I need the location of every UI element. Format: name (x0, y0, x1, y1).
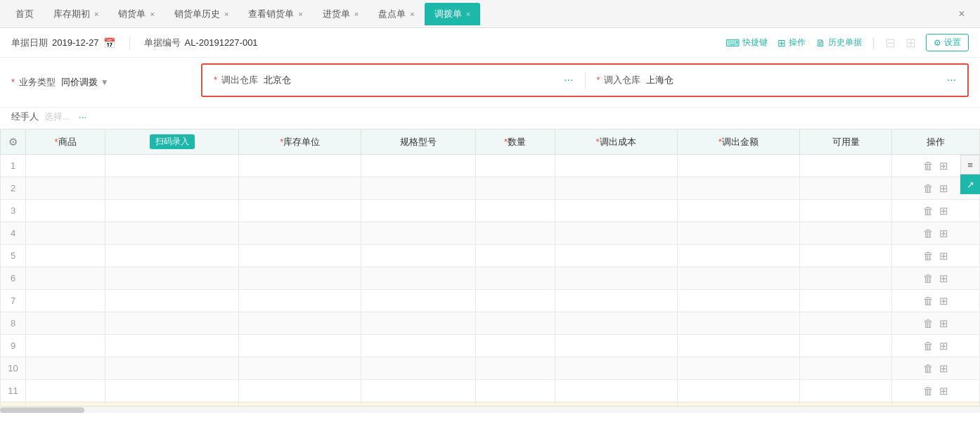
product-cell-5[interactable] (26, 245, 105, 267)
amount-cell-11 (677, 380, 799, 402)
product-cell-1[interactable] (26, 155, 105, 177)
qty-cell-2[interactable] (475, 177, 555, 200)
transfer-in-value[interactable]: 上海仓 (646, 74, 673, 87)
table-row: 2 🗑 ⊞ (1, 177, 980, 200)
col-qty: *数量 (475, 129, 555, 155)
copy-icon-11[interactable]: ⊞ (939, 385, 948, 397)
cost-cell-5 (555, 245, 677, 267)
qty-cell-1[interactable] (475, 155, 555, 177)
product-cell-11[interactable] (26, 380, 105, 402)
copy-icon-1[interactable]: ⊞ (939, 160, 948, 172)
window-controls: × (949, 1, 974, 27)
transfer-out-value[interactable]: 北京仓 (264, 74, 291, 87)
tab-sales-order[interactable]: 销货单 × (108, 3, 164, 25)
transfer-in-ellipsis[interactable]: ··· (947, 74, 956, 87)
copy-icon-4[interactable]: ⊞ (939, 227, 948, 240)
toolbar-divider: | (872, 35, 875, 50)
business-type-dropdown[interactable]: 同价调拨 ▼ (61, 76, 109, 89)
handler-ellipsis[interactable]: ··· (79, 111, 87, 122)
qty-cell-5[interactable] (475, 245, 555, 267)
product-cell-8[interactable] (26, 312, 105, 335)
scan-cell-7 (105, 290, 238, 312)
tab-view-sales-close[interactable]: × (298, 10, 302, 18)
window-close-button[interactable]: × (949, 1, 974, 27)
delete-icon-8[interactable]: 🗑 (923, 317, 934, 329)
product-cell-2[interactable] (26, 177, 105, 200)
table-settings-icon[interactable]: ⚙ (8, 136, 18, 148)
col-settings[interactable]: ⚙ (1, 129, 26, 155)
qty-cell-3[interactable] (475, 200, 555, 222)
delete-icon-3[interactable]: 🗑 (923, 205, 934, 217)
qty-cell-8[interactable] (475, 312, 555, 335)
delete-icon-11[interactable]: 🗑 (923, 385, 934, 397)
copy-icon-6[interactable]: ⊞ (939, 272, 948, 285)
qty-cell-7[interactable] (475, 290, 555, 312)
tab-stocktake-close[interactable]: × (410, 10, 414, 18)
delete-icon-10[interactable]: 🗑 (923, 362, 934, 374)
tab-purchase-close[interactable]: × (354, 10, 359, 18)
delete-icon-4[interactable]: 🗑 (923, 227, 934, 239)
delete-icon-7[interactable]: 🗑 (923, 295, 934, 307)
cost-cell-10 (555, 357, 677, 380)
tab-transfer-close[interactable]: × (466, 10, 470, 18)
delete-icon-5[interactable]: 🗑 (923, 250, 934, 262)
col-action: 操作 (892, 129, 980, 155)
product-cell-10[interactable] (26, 357, 105, 380)
product-cell-9[interactable] (26, 335, 105, 357)
delete-icon-1[interactable]: 🗑 (923, 160, 934, 172)
scan-cell-2 (105, 177, 238, 200)
warehouse-box: * 调出仓库 北京仓 ··· * 调入仓库 上海仓 ··· (201, 63, 969, 97)
col-product: *商品 (26, 129, 105, 155)
history-button[interactable]: 🗎 历史单据 (815, 37, 862, 49)
copy-icon-2[interactable]: ⊞ (939, 182, 948, 195)
product-cell-4[interactable] (26, 222, 105, 245)
handler-placeholder[interactable]: 选择... (44, 110, 70, 123)
col-scan[interactable]: 扫码录入 (105, 129, 238, 155)
delete-icon-6[interactable]: 🗑 (923, 272, 934, 284)
scan-btn[interactable]: 扫码录入 (150, 134, 195, 149)
tab-inventory-init[interactable]: 库存期初 × (44, 3, 108, 25)
copy-icon-5[interactable]: ⊞ (939, 250, 948, 262)
date-value[interactable]: 2019-12-27 (52, 37, 99, 48)
tab-sales-history-close[interactable]: × (224, 10, 228, 18)
table-row: 10 🗑 ⊞ (1, 357, 980, 380)
amount-cell-5 (677, 245, 799, 267)
action-cell-3: 🗑 ⊞ (892, 200, 980, 222)
calendar-icon[interactable]: 📅 (103, 37, 115, 49)
product-cell-3[interactable] (26, 200, 105, 222)
side-expand-icon[interactable]: ↗ (960, 174, 980, 194)
copy-icon-7[interactable]: ⊞ (939, 295, 948, 307)
tab-purchase[interactable]: 进货单 × (313, 3, 368, 25)
tab-sales-history[interactable]: 销货单历史 × (165, 3, 238, 25)
copy-icon-10[interactable]: ⊞ (939, 362, 948, 375)
side-list-icon[interactable]: ≡ (960, 155, 980, 174)
shortcuts-button[interactable]: ⌨ 快捷键 (726, 37, 768, 49)
qty-cell-11[interactable] (475, 380, 555, 402)
tab-view-sales[interactable]: 查看销货单 × (238, 3, 312, 25)
amount-cell-8 (677, 312, 799, 335)
tab-inventory-init-close[interactable]: × (94, 10, 98, 18)
header-form-row: 单据日期 2019-12-27 📅 单据编号 AL-20191227-001 ⌨… (0, 28, 980, 58)
tab-transfer[interactable]: 调拨单 × (425, 3, 480, 25)
product-cell-6[interactable] (26, 267, 105, 290)
operations-button[interactable]: ⊞ 操作 (778, 37, 806, 49)
tab-home[interactable]: 首页 (6, 3, 44, 25)
delete-icon-2[interactable]: 🗑 (923, 182, 934, 194)
copy-icon-9[interactable]: ⊞ (939, 340, 948, 352)
qty-cell-6[interactable] (475, 267, 555, 290)
copy-icon-3[interactable]: ⊞ (939, 205, 948, 217)
qty-cell-10[interactable] (475, 357, 555, 380)
spec-cell-11 (361, 380, 475, 402)
horizontal-scrollbar[interactable] (0, 406, 980, 413)
tab-sales-order-close[interactable]: × (150, 10, 154, 18)
product-cell-7[interactable] (26, 290, 105, 312)
settings-button[interactable]: ⚙ 设置 (926, 34, 969, 51)
scroll-thumb[interactable] (0, 407, 84, 413)
qty-cell-9[interactable] (475, 335, 555, 357)
action-cell-11: 🗑 ⊞ (892, 380, 980, 402)
tab-stocktake[interactable]: 盘点单 × (368, 3, 424, 25)
qty-cell-4[interactable] (475, 222, 555, 245)
delete-icon-9[interactable]: 🗑 (923, 340, 934, 352)
copy-icon-8[interactable]: ⊞ (939, 317, 948, 330)
transfer-out-ellipsis[interactable]: ··· (564, 74, 573, 87)
